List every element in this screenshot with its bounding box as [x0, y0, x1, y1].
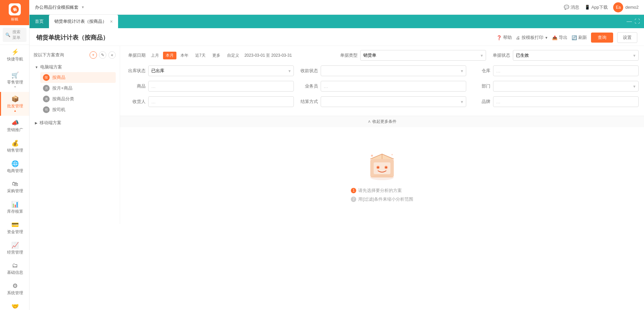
empty-step-2: 2 用[过滤]条件来缩小分析范围	[351, 195, 413, 204]
collapse-sidebar-btn[interactable]: «	[108, 51, 116, 59]
doc-status-select[interactable]: 已生效 ▾	[513, 50, 639, 61]
tree-child-by-cashier[interactable]: 司 按司机	[40, 104, 116, 115]
staff-select[interactable]: …	[321, 81, 466, 92]
brand-value: …	[496, 99, 500, 104]
sidebar-item-purchase[interactable]: 🛍 采购管理	[0, 177, 29, 197]
warehouse-label: 出库状态	[125, 68, 146, 74]
sales-icon: 💰	[11, 140, 19, 147]
product-label: 商品	[125, 83, 146, 89]
sidebar-item-basic[interactable]: 🗂 基础信息	[0, 259, 29, 279]
sidebar-item-wholesale[interactable]: 📦 批发管理 ▲	[0, 92, 29, 116]
by-cashier-icon: 司	[43, 106, 50, 113]
tree-child-by-product[interactable]: 按 按商品	[40, 72, 116, 83]
search-nav-section: 🔍 搜索菜单	[0, 25, 29, 45]
empty-state: 1 请先选择要分析的方案 2 用[过滤]条件来缩小分析范围	[120, 127, 644, 224]
step-1-num: 1	[351, 188, 356, 193]
filter-row-2: 出库状态 已出库 ▾ 收款状态 ▾	[125, 65, 639, 76]
by-category-icon: 类	[43, 96, 50, 102]
settings-btn[interactable]: 设置	[617, 32, 637, 43]
sidebar-item-inventory[interactable]: 📊 库存核算	[0, 197, 29, 218]
payment-status-select[interactable]: ▾	[321, 65, 466, 76]
payment-method-select[interactable]: ▾	[321, 96, 466, 107]
quick-nav-icon: ⚡	[11, 48, 19, 56]
sidebar-item-retail[interactable]: 🛒 零售管理 ▼	[0, 68, 29, 92]
tab-bar: 首页 销货单统计计表（按商品） × — ⛶	[30, 15, 644, 28]
add-scheme-btn[interactable]: +	[90, 51, 97, 59]
svg-point-8	[377, 167, 379, 168]
pc-section-label: 电脑端方案	[40, 64, 62, 70]
date-btn-custom[interactable]: 自定义	[224, 52, 242, 59]
storage-select[interactable]: …	[493, 65, 639, 76]
warehouse-arrow: ▾	[288, 68, 291, 73]
sidebar-item-system[interactable]: ⚙ 系统管理	[0, 279, 29, 299]
sidebar-item-marketing[interactable]: 📣 营销推广	[0, 116, 29, 136]
sidebar-item-cooperation[interactable]: 🤝 企业协同	[0, 299, 29, 310]
empty-step-1: 1 请先选择要分析的方案	[351, 186, 413, 195]
export-btn[interactable]: 📤 导出	[552, 35, 568, 41]
sidebar-item-quick-nav[interactable]: ⚡ 快捷导航	[0, 45, 29, 65]
svg-point-10	[371, 155, 373, 157]
collapse-more-btn[interactable]: ∧ 收起更多条件	[120, 116, 644, 127]
tree-child-by-category[interactable]: 类 按商品分类	[40, 94, 116, 104]
inventory-icon: 📊	[11, 201, 19, 208]
global-sidebar: 畅 标账 🔍 搜索菜单 ⚡ 快捷导航 🛒 零售管理 ▼ 📦 批发管理 ▲ 📣 营…	[0, 0, 30, 310]
minimize-btn[interactable]: —	[627, 18, 632, 24]
date-btn-7days[interactable]: 近7天	[193, 52, 208, 59]
refresh-icon: 🔄	[572, 35, 577, 40]
purchase-icon: 🛍	[12, 180, 18, 188]
export-icon: 📤	[552, 35, 557, 40]
doc-type-select[interactable]: 销货单 ▾	[360, 50, 486, 61]
by-month-product-icon: 月	[43, 85, 50, 92]
app-dropdown-arrow[interactable]: ▼	[81, 5, 85, 9]
sidebar-item-operations[interactable]: 📈 经营管理	[0, 238, 29, 259]
tree-parent-mobile[interactable]: ▶ 移动端方案	[34, 118, 116, 128]
date-btn-this-month[interactable]: 本月	[163, 52, 176, 59]
tab-home[interactable]: 首页	[30, 15, 49, 28]
sidebar-item-ecommerce[interactable]: 🌐 电商管理	[0, 157, 29, 177]
operations-icon: 📈	[11, 242, 19, 249]
date-label: 单据日期	[125, 52, 146, 58]
logo-icon: 畅	[9, 3, 21, 15]
page-content: 销货单统计计表（按商品） ❓ 帮助 🖨 按模板打印 ▼ 📤 导出 🔄 刷新	[30, 28, 644, 310]
refresh-btn[interactable]: 🔄 刷新	[572, 35, 587, 41]
mobile-section-label: 移动端方案	[40, 120, 61, 126]
receiver-label: 收货人	[125, 99, 146, 105]
help-btn[interactable]: ❓ 帮助	[496, 35, 512, 41]
message-btn[interactable]: 💬 消息	[564, 4, 579, 10]
receiver-select[interactable]: …	[148, 96, 294, 107]
payment-method-arrow: ▾	[461, 99, 463, 104]
header-left: 办公用品行业模拟账套 ▼	[35, 4, 85, 10]
date-btn-more[interactable]: 更多	[210, 52, 223, 59]
warehouse-select[interactable]: 已出库 ▾	[148, 65, 294, 76]
tab-sales-stats[interactable]: 销货单统计计表（按商品） ×	[49, 15, 118, 28]
doc-type-label: 单据类型	[337, 52, 358, 58]
maximize-btn[interactable]: ⛶	[635, 18, 640, 24]
product-select[interactable]: …	[148, 81, 294, 92]
warehouse-value: 已出库	[151, 68, 164, 74]
sidebar-item-sales[interactable]: 💰 销售管理	[0, 136, 29, 157]
filter-item-doc-type: 单据类型 销货单 ▾	[337, 50, 486, 61]
date-btn-last-month[interactable]: 上月	[148, 52, 162, 59]
marketing-icon: 📣	[11, 119, 19, 126]
filter-item-date: 单据日期 上月 本月 本年 近7天 更多 自定义 2023-03-01 至 20…	[125, 52, 333, 59]
doc-type-arrow: ▾	[481, 53, 483, 58]
print-btn[interactable]: 🖨 按模板打印 ▼	[516, 35, 548, 41]
date-btn-this-year[interactable]: 本年	[178, 52, 191, 59]
tree-child-by-month-product[interactable]: 月 按月+商品	[40, 83, 116, 94]
brand-select[interactable]: …	[493, 96, 639, 107]
avatar: Ea	[613, 2, 623, 12]
tree-parent-pc[interactable]: ▼ 电脑端方案	[34, 62, 116, 72]
query-btn[interactable]: 查询	[591, 33, 613, 43]
logo-text: 标账	[11, 17, 18, 22]
payment-arrow: ▾	[461, 68, 463, 73]
search-menu-input[interactable]: 🔍 搜索菜单	[3, 28, 26, 42]
sidebar-item-finance[interactable]: 💳 资金管理	[0, 218, 29, 238]
app-download-btn[interactable]: 📱 App下载	[585, 4, 608, 10]
edit-scheme-btn[interactable]: ✎	[99, 51, 106, 59]
filter-sidebar-title: 按以下方案查询	[34, 52, 64, 58]
svg-point-9	[385, 167, 387, 168]
page-header: 销货单统计计表（按商品） ❓ 帮助 🖨 按模板打印 ▼ 📤 导出 🔄 刷新	[30, 28, 644, 46]
user-section[interactable]: Ea demo2	[613, 2, 639, 12]
dept-select[interactable]: ▾	[493, 81, 639, 92]
tab-close-btn[interactable]: ×	[110, 19, 113, 24]
